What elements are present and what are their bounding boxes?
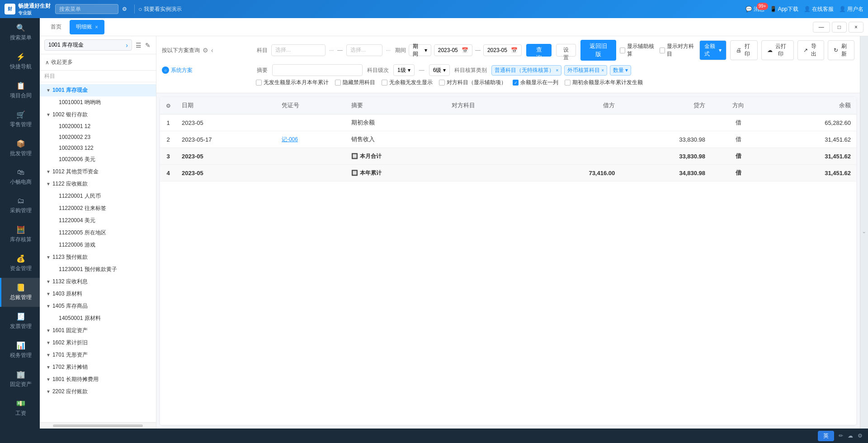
system-plan-label[interactable]: 系统方案 [171,67,193,74]
bottom-scrollbar[interactable] [40,422,156,429]
edit-icon[interactable]: ✎ [144,41,151,50]
sidebar-item-search[interactable]: 🔍搜索菜单 [0,18,40,47]
tree-item-14050001[interactable]: 14050001 原材料 [40,312,156,324]
tree-item-1002[interactable]: ▼1002 银行存款 [40,109,156,121]
calc-type-normal-tag[interactable]: 普通科目（无特殊核算） × [491,65,561,76]
calc-type-foreign-close-icon[interactable]: × [601,68,604,73]
show-opposite-checkbox[interactable]: 对方科目（显示辅助项） [439,79,506,86]
back-to-old-btn[interactable]: 返回旧版 [580,40,616,61]
tree-item-11230001[interactable]: 11230001 预付账款黄子 [40,263,156,276]
voucher-link[interactable]: 记-006 [282,136,298,143]
tree-item-1123[interactable]: ▼1123 预付账款 [40,251,156,263]
status-icon-cloud[interactable]: ☁ [848,433,853,439]
sidebar-item-general-ledger[interactable]: 📒总账管理 [0,278,40,307]
tree-item-1403[interactable]: ▼1403 原材料 [40,288,156,300]
tree-item-1602[interactable]: ▼1602 累计折旧 [40,337,156,349]
online-service-btn[interactable]: 👤 在线客服 [804,5,834,13]
row-voucher[interactable] [276,165,346,181]
format-amount-btn[interactable]: 金额式 ▾ [700,41,726,60]
row-voucher[interactable] [276,148,346,165]
settings-btn[interactable]: ⚙ [118,4,131,14]
no-balance-show-checkbox[interactable]: 无余额无发生显示 [382,79,433,86]
more-btn[interactable]: ∧ 收起更多 [40,54,156,71]
sidebar-item-capital-mgmt[interactable]: 💰资金管理 [0,249,40,278]
sidebar-item-project-contract[interactable]: 📋项目合同 [0,76,40,105]
subject-input[interactable]: 选择... [271,44,326,56]
tree-item-11220002[interactable]: 11220002 往来标签 [40,202,156,214]
demo-btn[interactable]: ○ 我要看实例演示 [138,5,182,13]
user-avatar[interactable]: 👤 用户名 [839,5,863,13]
show-aux-calc-checkbox[interactable]: 显示辅助核算 [620,43,656,58]
top-search-input[interactable] [55,4,118,14]
status-icon-edit[interactable]: ✏ [839,433,843,439]
account-selector[interactable]: 1001 库存现金 › [44,39,132,51]
print-btn[interactable]: 🖨 打印 [730,40,758,60]
period-start-input[interactable]: 2023-05 📅 [434,44,472,56]
window-minimize-btn[interactable]: — [813,22,830,33]
sidebar-item-invoice-mgmt[interactable]: 🧾发票管理 [0,307,40,336]
tree-item-11220004[interactable]: 11220004 美元 [40,214,156,227]
query-btn[interactable]: 查询 [526,44,552,57]
balance-one-col-checkbox[interactable]: ✓余额显示在一列 [513,79,558,86]
tree-item-10010001[interactable]: 10010001 哟哟哟 [40,96,156,109]
lang-btn[interactable]: 英 [818,431,834,441]
level-end-select[interactable]: 6级 ▾ [429,64,450,76]
sidebar-item-quick-nav[interactable]: ⚡快捷导航 [0,47,40,76]
tree-item-1701[interactable]: ▼1701 无形资产 [40,349,156,361]
list-icon[interactable]: ☰ [135,41,142,50]
tree-item-1405[interactable]: ▼1405 库存商品 [40,300,156,312]
settings-btn[interactable]: 设置 [556,44,576,57]
tree-item-11220006[interactable]: 11220006 游戏 [40,239,156,251]
tree-item-1702[interactable]: ▼1702 累计摊销 [40,361,156,373]
tree-item-10020002[interactable]: 10020002 23 [40,132,156,143]
subject-range-input[interactable]: 选择... [346,44,382,56]
tree-item-2202[interactable]: ▼2202 应付账款 [40,386,156,398]
calc-type-foreign-tag[interactable]: 外币核算科目 × [564,65,607,76]
sidebar-item-ecommerce[interactable]: 🛍小畅电商 [0,163,40,191]
sidebar-item-inventory-calc[interactable]: 🧮库存核算 [0,220,40,249]
tree-item-10020003[interactable]: 10020003 122 [40,143,156,153]
no-amount-show-checkbox[interactable]: 无发生额显示本月本年累计 [256,79,329,86]
sidebar-item-fixed-assets[interactable]: 🏢固定资产 [0,365,40,394]
calc-type-qty-tag[interactable]: 数量 ▾ [610,65,631,76]
tree-item-11220001[interactable]: 11220001 人民币 [40,190,156,202]
status-icon-settings[interactable]: ⚙ [858,433,863,439]
row-voucher[interactable] [276,114,346,131]
row-voucher[interactable]: 记-006 [276,131,346,148]
tree-item-1601[interactable]: ▼1601 固定资产 [40,324,156,337]
message-btn[interactable]: 💬 消息 99+ [745,5,764,13]
sidebar-item-tax-mgmt[interactable]: 📊税务管理 [0,336,40,365]
sidebar-item-purchase-mgmt[interactable]: 🗂采购管理 [0,191,40,220]
tree-item-1122[interactable]: ▼1122 应收账款 [40,178,156,190]
period-type-select[interactable]: 期间 ▾ [409,44,431,56]
period-end-input[interactable]: 2023-05 📅 [483,44,522,56]
window-maximize-btn[interactable]: □ [832,22,847,33]
gear-icon[interactable]: ⚙ [203,47,208,54]
app-download-btn[interactable]: 📱 App下载 [770,5,798,13]
collapse-icon[interactable]: ‹ [211,47,213,54]
hide-disabled-checkbox[interactable]: 隐藏禁用科目 [335,79,375,86]
cloud-print-btn[interactable]: ☁ 云打印 [761,40,794,60]
tree-item-1001[interactable]: ▼1001 库存现金 [40,84,156,96]
export-btn[interactable]: ↗ 导出 [797,40,824,60]
window-close-btn[interactable]: × [849,22,863,33]
tab-detail-ledger[interactable]: 明细账 × [70,20,104,34]
tree-item-10020006[interactable]: 10020006 美元 [40,153,156,166]
sidebar-item-salary[interactable]: 💵工资 [0,394,40,423]
right-side-panel[interactable]: › [860,36,868,429]
tab-close-btn[interactable]: × [95,24,98,30]
tree-item-1012[interactable]: ▼1012 其他货币资金 [40,166,156,178]
sidebar-item-retail-mgmt[interactable]: 🛒零售管理 [0,105,40,134]
sidebar-item-wholesale-mgmt[interactable]: 📦批发管理 [0,134,40,163]
sidebar-item-ops-mgmt[interactable]: 📈经营管理 [0,423,40,429]
level-start-select[interactable]: 1级 ▾ [393,64,415,76]
tab-home[interactable]: 首页 [44,20,68,34]
calc-type-normal-close-icon[interactable]: × [556,68,558,73]
tree-item-1801[interactable]: ▼1801 长期待摊费用 [40,373,156,386]
refresh-btn[interactable]: ↻ 刷新 [828,40,854,60]
show-ytd-checkbox[interactable]: 期初余额显示本年累计发生额 [565,79,643,86]
tree-item-11220005[interactable]: 11220005 所在地区 [40,227,156,239]
tree-item-10020001[interactable]: 10020001 12 [40,121,156,132]
summary-input[interactable] [272,64,363,76]
tree-item-1132[interactable]: ▼1132 应收利息 [40,276,156,288]
